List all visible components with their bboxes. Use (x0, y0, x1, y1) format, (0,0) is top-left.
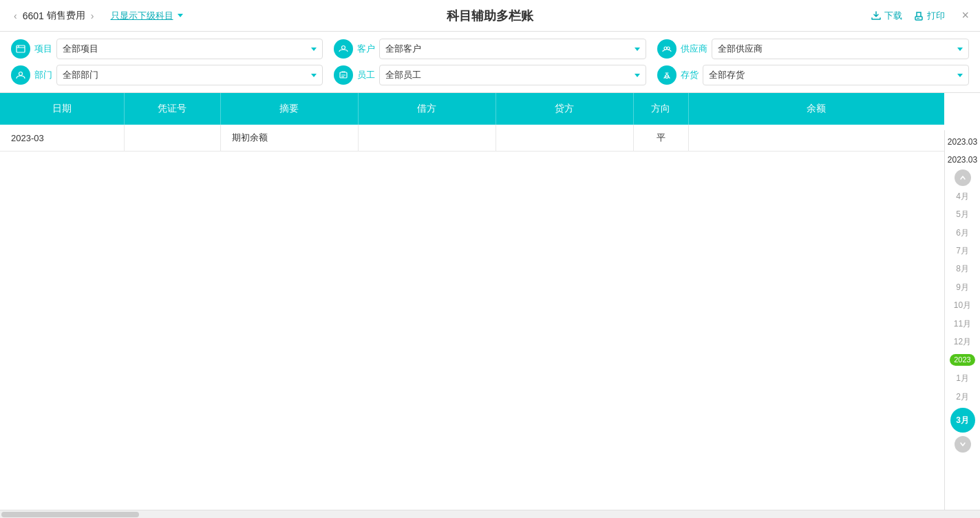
account-name: 销售费用 (47, 10, 85, 22)
svg-rect-1 (917, 18, 919, 19)
dept-chevron-icon (311, 74, 317, 77)
show-sub-button[interactable]: 只显示下级科目 (111, 10, 183, 22)
main-window: ‹ 6601 销售费用 › 只显示下级科目 科目辅助多栏账 下载 (0, 0, 980, 518)
ledger-table: 日期 凭证号 摘要 借方 贷方 方向 余额 2023-03 期初余额 (0, 93, 944, 152)
timeline-item-2[interactable]: 2月 (945, 388, 980, 406)
filter-row-2: 部门 全部部门 员工 全部员工 (11, 65, 969, 85)
table-row: 2023-03 期初余额 平 (0, 125, 944, 152)
timeline-panel: 2023.03 2023.03 4月 5月 6月 7月 8月 9月 10月 11… (944, 130, 980, 510)
table-container[interactable]: 日期 凭证号 摘要 借方 贷方 方向 余额 2023-03 期初余额 (0, 93, 980, 510)
timeline-item-6[interactable]: 6月 (945, 224, 980, 242)
emp-chevron-icon (635, 74, 640, 77)
timeline-item-1[interactable]: 1月 (945, 369, 980, 387)
col-credit: 贷方 (496, 93, 633, 125)
table-header-row: 日期 凭证号 摘要 借方 贷方 方向 余额 (0, 93, 944, 125)
top-actions: 下载 打印 × (871, 8, 969, 23)
next-account-button[interactable]: › (88, 9, 97, 23)
timeline-item-9[interactable]: 9月 (945, 278, 980, 296)
customer-chevron-icon (635, 48, 640, 51)
timeline-item-4[interactable]: 4月 (945, 187, 980, 205)
project-icon (11, 39, 30, 59)
timeline-scroll-up-button[interactable] (955, 169, 971, 186)
supplier-icon (657, 39, 677, 59)
timeline-scroll-down-button[interactable] (955, 436, 971, 453)
row-balance (688, 125, 944, 152)
row-date: 2023-03 (0, 125, 124, 152)
year-badge: 2023 (950, 354, 974, 366)
col-voucher: 凭证号 (124, 93, 220, 125)
row-voucher (124, 125, 220, 152)
customer-label: 客户 (357, 43, 375, 55)
supplier-label: 供应商 (681, 43, 707, 55)
chevron-down-icon (178, 14, 183, 17)
timeline-item-11[interactable]: 11月 (945, 315, 980, 333)
timeline-item-12[interactable]: 12月 (945, 333, 980, 351)
inventory-label: 存货 (681, 69, 699, 81)
filter-employee: 员工 全部员工 (334, 65, 646, 85)
page-title: 科目辅助多栏账 (447, 8, 533, 24)
filter-project: 项目 全部项目 (11, 39, 323, 59)
account-nav: ‹ 6601 销售费用 › (11, 9, 97, 23)
timeline-item-3-active[interactable]: 3月 (950, 408, 975, 433)
print-button[interactable]: 打印 (913, 10, 945, 22)
filter-department: 部门 全部部门 (11, 65, 323, 85)
svg-point-5 (667, 47, 670, 50)
row-debit (358, 125, 496, 152)
svg-rect-2 (17, 45, 25, 52)
timeline-item-7[interactable]: 7月 (945, 242, 980, 260)
employee-select[interactable]: 全部员工 (379, 65, 646, 85)
project-select[interactable]: 全部项目 (56, 39, 323, 59)
row-credit (496, 125, 633, 152)
download-button[interactable]: 下载 (871, 10, 902, 22)
svg-point-3 (342, 46, 345, 50)
inventory-select[interactable]: 全部存货 (703, 65, 969, 85)
filter-inventory: 存货 全部存货 (657, 65, 969, 85)
year-badge-container: 2023 (945, 353, 980, 367)
timeline-item-2023-03-first[interactable]: 2023.03 (945, 133, 980, 151)
col-debit: 借方 (358, 93, 496, 125)
col-summary: 摘要 (220, 93, 358, 125)
department-select[interactable]: 全部部门 (56, 65, 323, 85)
customer-icon (334, 39, 353, 59)
project-chevron-icon (311, 48, 317, 51)
horizontal-scrollbar[interactable] (0, 510, 980, 518)
supplier-select[interactable]: 全部供应商 (712, 39, 969, 59)
employee-label: 员工 (357, 69, 375, 81)
svg-point-6 (19, 72, 23, 76)
timeline-item-2023-03-second[interactable]: 2023.03 (945, 151, 980, 169)
department-label: 部门 (34, 69, 52, 81)
timeline-item-5[interactable]: 5月 (945, 205, 980, 223)
filter-supplier: 供应商 全部供应商 (657, 39, 969, 59)
close-button[interactable]: × (961, 8, 969, 23)
filter-customer: 客户 全部客户 (334, 39, 646, 59)
row-summary: 期初余额 (220, 125, 358, 152)
col-balance: 余额 (688, 93, 944, 125)
active-month-container: 3月 (945, 407, 980, 433)
timeline-item-10[interactable]: 10月 (945, 296, 980, 314)
customer-select[interactable]: 全部客户 (379, 39, 646, 59)
timeline-item-8[interactable]: 8月 (945, 260, 980, 278)
account-code: 6601 (23, 10, 44, 21)
scrollbar-thumb[interactable] (1, 512, 139, 517)
inv-chevron-icon (957, 74, 963, 77)
filter-row-1: 项目 全部项目 客户 全部客户 (11, 39, 969, 59)
inventory-icon (657, 65, 677, 85)
project-label: 项目 (34, 43, 52, 55)
print-icon (913, 10, 924, 21)
supplier-chevron-icon (957, 48, 963, 51)
col-direction: 方向 (633, 93, 688, 125)
top-bar: ‹ 6601 销售费用 › 只显示下级科目 科目辅助多栏账 下载 (0, 0, 980, 32)
col-date: 日期 (0, 93, 124, 125)
prev-account-button[interactable]: ‹ (11, 9, 20, 23)
department-icon (11, 65, 30, 85)
content-area: 日期 凭证号 摘要 借方 贷方 方向 余额 2023-03 期初余额 (0, 93, 980, 510)
filter-area: 项目 全部项目 客户 全部客户 (0, 32, 980, 93)
row-direction: 平 (633, 125, 688, 152)
employee-icon (334, 65, 353, 85)
download-icon (871, 10, 882, 21)
